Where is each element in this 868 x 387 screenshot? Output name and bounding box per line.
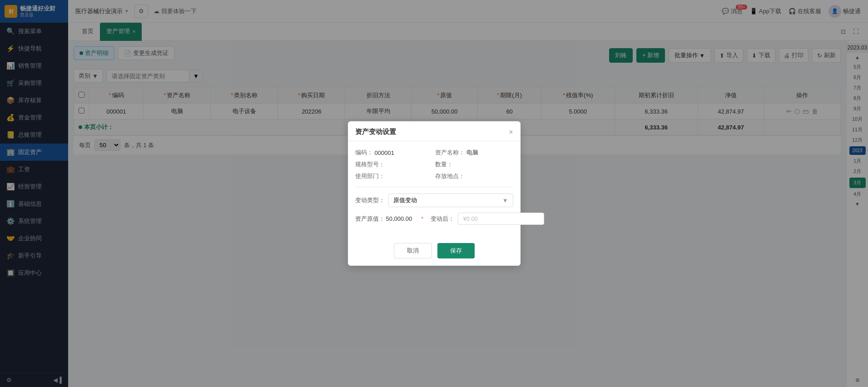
modal-asset-name-value: 电脑 — [466, 149, 478, 157]
asset-original-value: 50,000.00 — [386, 215, 412, 222]
modal-asset-name-field: 资产名称： 电脑 — [435, 149, 513, 157]
modal-code-field: 编码： 000001 — [355, 149, 433, 157]
modal-location-field: 存放地点： — [435, 172, 513, 180]
required-star: * — [421, 215, 423, 222]
after-change-input[interactable] — [458, 213, 544, 225]
modal-close-button[interactable]: × — [509, 128, 513, 136]
modal-info-grid: 编码： 000001 资产名称： 电脑 规格型号： 数量： 使用部门： — [355, 149, 513, 187]
modal-quantity-field: 数量： — [435, 160, 513, 169]
modal-asset-value-row: 资产原值： 50,000.00 * 变动后： — [355, 213, 513, 225]
change-type-label: 变动类型： — [355, 196, 385, 204]
modal-change-type-row: 变动类型： 原值变动 ▼ — [355, 194, 513, 207]
change-type-dropdown-icon: ▼ — [502, 197, 508, 204]
modal-spec-field: 规格型号： — [355, 160, 433, 169]
change-type-select[interactable]: 原值变动 ▼ — [388, 194, 513, 207]
modal-title: 资产变动设置 — [355, 128, 396, 136]
asset-change-modal: 资产变动设置 × 编码： 000001 资产名称： 电脑 规格型号： 数量： — [348, 121, 521, 266]
change-type-value: 原值变动 — [393, 196, 501, 204]
modal-body: 编码： 000001 资产名称： 电脑 规格型号： 数量： 使用部门： — [348, 141, 521, 238]
after-change-label: 变动后： — [427, 215, 454, 223]
asset-original-label: 资产原值： — [355, 215, 382, 223]
modal-header: 资产变动设置 × — [348, 121, 521, 141]
cancel-button[interactable]: 取消 — [394, 243, 432, 258]
modal-footer: 取消 保存 — [348, 238, 521, 266]
modal-overlay: 资产变动设置 × 编码： 000001 资产名称： 电脑 规格型号： 数量： — [0, 0, 868, 387]
save-button[interactable]: 保存 — [437, 243, 475, 258]
modal-code-value: 000001 — [375, 149, 394, 156]
modal-department-field: 使用部门： — [355, 172, 433, 180]
